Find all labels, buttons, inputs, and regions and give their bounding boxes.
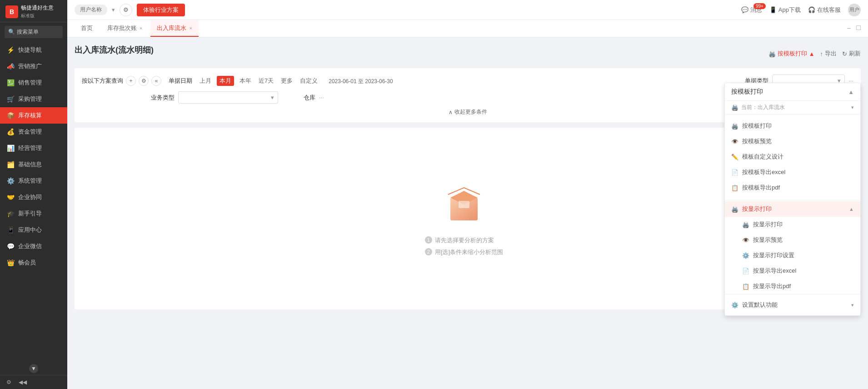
online-service-btn[interactable]: 🎧 在线客服 bbox=[808, 6, 841, 14]
sidebar-collapse-btn[interactable]: ◀◀ bbox=[19, 379, 27, 385]
sidebar-item-sales[interactable]: 💹 销售管理 bbox=[0, 75, 67, 91]
filter-warehouse-section: 仓库 ··· bbox=[304, 94, 324, 102]
sidebar-item-quick-nav[interactable]: ⚡ 快捷导航 bbox=[0, 42, 67, 58]
warehouse-more-btn[interactable]: ··· bbox=[319, 94, 324, 101]
purchase-icon: 🛒 bbox=[6, 95, 15, 103]
dropdown-item-template-excel[interactable]: 📄 按模板导出excel bbox=[725, 165, 860, 180]
sidebar-label: 基础信息 bbox=[18, 160, 42, 169]
sidebar-item-marketing[interactable]: 📣 营销推广 bbox=[0, 58, 67, 75]
dropdown-item-template-preview[interactable]: 👁️ 按模板预览 bbox=[725, 134, 860, 149]
display-excel-label: 按显示导出excel bbox=[753, 267, 796, 275]
template-preview-label: 按模板预览 bbox=[742, 137, 772, 145]
date-opt-custom[interactable]: 自定义 bbox=[298, 76, 319, 86]
sidebar: B 畅捷通好生意 标准版 🔍 搜索菜单 ⚡ 快捷导航 📣 营销推广 💹 销售管理… bbox=[0, 0, 67, 389]
sidebar-label: 畅会员 bbox=[18, 259, 36, 267]
empty-state-icon bbox=[441, 182, 487, 227]
sidebar-label: 快捷导航 bbox=[18, 46, 42, 54]
message-btn[interactable]: 💬 消息 99+ bbox=[741, 6, 762, 14]
filter-add-btn[interactable]: + bbox=[126, 76, 136, 86]
dropdown-item-display-excel[interactable]: 📄 按显示导出excel bbox=[725, 263, 860, 279]
date-opt-7days[interactable]: 近7天 bbox=[257, 76, 275, 86]
avatar[interactable]: 用户 bbox=[848, 4, 861, 16]
current-icon: 🖨️ bbox=[731, 104, 738, 111]
dropdown-item-display-print[interactable]: 🖨️ 按显示打印 bbox=[725, 217, 860, 232]
sidebar-item-basic[interactable]: 🗂️ 基础信息 bbox=[0, 156, 67, 173]
finance-icon: 💰 bbox=[6, 128, 15, 136]
tab-home-label: 首页 bbox=[81, 24, 93, 32]
header-dropdown-btn[interactable]: ▾ bbox=[112, 6, 115, 13]
sidebar-label: 营销推广 bbox=[18, 62, 42, 70]
logo-icon: B bbox=[5, 5, 18, 18]
tab-inventory-batch[interactable]: 库存批次账 × bbox=[101, 20, 149, 37]
message-badge: 99+ bbox=[753, 3, 766, 9]
date-opt-more[interactable]: 更多 bbox=[279, 76, 294, 86]
tab-minimize-btn[interactable]: － bbox=[845, 24, 853, 33]
chevron-up-icon: ∧ bbox=[449, 109, 453, 115]
gear-icon: ⚙ bbox=[6, 379, 11, 385]
tab-flow[interactable]: 出入库流水 × bbox=[150, 20, 198, 37]
current-label: 当前：出入库流水 bbox=[741, 104, 785, 111]
tab-home[interactable]: 首页 bbox=[75, 20, 99, 37]
dropdown-set-default-btn[interactable]: ⚙️ 设置默认功能 ▾ bbox=[731, 298, 854, 312]
refresh-label: 刷新 bbox=[849, 50, 861, 58]
dropdown-item-display-section[interactable]: 🖨️ 按显示打印 ▲ bbox=[725, 201, 860, 217]
search-icon: 🔍 bbox=[8, 29, 15, 35]
collapse-icon: ◀◀ bbox=[19, 379, 27, 385]
tab-flow-close[interactable]: × bbox=[189, 25, 192, 31]
trial-btn[interactable]: 体验行业方案 bbox=[137, 4, 185, 16]
scroll-down-btn[interactable]: ▼ bbox=[29, 364, 38, 373]
tab-maximize-btn[interactable]: □ bbox=[856, 24, 861, 33]
sidebar-item-finance[interactable]: 💰 资金管理 bbox=[0, 124, 67, 140]
refresh-icon: ↻ bbox=[842, 50, 847, 57]
dropdown-title: 按模板打印 bbox=[731, 88, 763, 96]
sidebar-item-inventory[interactable]: 📦 库存核算 bbox=[0, 107, 67, 124]
sidebar-item-purchase[interactable]: 🛒 采购管理 bbox=[0, 91, 67, 107]
warehouse-input-area: ··· bbox=[319, 94, 324, 101]
date-opt-prev-month[interactable]: 上月 bbox=[198, 76, 213, 86]
date-opt-this-year[interactable]: 本年 bbox=[238, 76, 253, 86]
sidebar-item-apps[interactable]: 📱 应用中心 bbox=[0, 222, 67, 238]
dropdown-item-template-design[interactable]: ✏️ 模板自定义设计 bbox=[725, 149, 860, 165]
sidebar-settings-btn[interactable]: ⚙ bbox=[6, 379, 11, 385]
refresh-btn[interactable]: ↻ 刷新 bbox=[842, 50, 861, 58]
display-section-arrow: ▲ bbox=[849, 206, 854, 212]
header-settings-btn[interactable]: ⚙ bbox=[120, 4, 132, 16]
biz-type-select-arrow: ▾ bbox=[271, 94, 274, 101]
search-menu-button[interactable]: 🔍 搜索菜单 bbox=[5, 26, 63, 38]
sidebar-label: 新手引导 bbox=[18, 209, 42, 218]
filter-title-label: 按以下方案查询 bbox=[82, 77, 123, 85]
dropdown-item-display-print-settings[interactable]: ⚙️ 按显示打印设置 bbox=[725, 248, 860, 263]
biz-type-select[interactable]: ▾ bbox=[178, 91, 278, 104]
set-default-icon: ⚙️ bbox=[731, 302, 738, 309]
template-print-item-label: 按模板打印 bbox=[742, 122, 772, 130]
dropdown-item-display-pdf[interactable]: 📋 按显示导出pdf bbox=[725, 279, 860, 294]
tabs-bar: 首页 库存批次账 × 出入库流水 × － □ bbox=[67, 20, 868, 37]
brand-name: 畅捷通好生意 bbox=[21, 5, 54, 12]
dropdown-item-template-print[interactable]: 🖨️ 按模板打印 bbox=[725, 118, 860, 134]
header-right: 💬 消息 99+ 📱 App下载 🎧 在线客服 用户 bbox=[741, 4, 861, 16]
sidebar-item-operation[interactable]: 📊 经营管理 bbox=[0, 140, 67, 156]
sidebar-item-system[interactable]: ⚙️ 系统管理 bbox=[0, 173, 67, 189]
set-default-arrow: ▾ bbox=[851, 302, 854, 308]
filter-collapse-btn[interactable]: « bbox=[151, 76, 161, 86]
tab-inventory-batch-close[interactable]: × bbox=[140, 25, 142, 31]
sidebar-item-wechat[interactable]: 💬 企业微信 bbox=[0, 238, 67, 254]
sidebar-logo: B 畅捷通好生意 标准版 bbox=[0, 0, 67, 22]
dropdown-header: 按模板打印 ▲ bbox=[725, 83, 860, 101]
dropdown-item-template-pdf[interactable]: 📋 按模板导出pdf bbox=[725, 180, 860, 195]
template-print-btn[interactable]: 🖨️ 按模板打印 ▲ bbox=[768, 50, 815, 58]
sidebar-bottom: ⚙ ◀◀ bbox=[0, 375, 67, 389]
sidebar-item-guide[interactable]: 🎓 新手引导 bbox=[0, 205, 67, 222]
collapse-more-btn[interactable]: ∧ 收起更多条件 bbox=[449, 108, 487, 116]
date-opt-this-month[interactable]: 本月 bbox=[217, 76, 234, 86]
dropdown-item-display-preview[interactable]: 👁️ 按显示预览 bbox=[725, 232, 860, 248]
dropdown-header-arrow-btn[interactable]: ▲ bbox=[848, 89, 854, 95]
sidebar-item-collab[interactable]: 🤝 企业协同 bbox=[0, 189, 67, 205]
app-download-btn[interactable]: 📱 App下载 bbox=[769, 6, 801, 14]
filter-settings-btn[interactable]: ⚙ bbox=[139, 76, 149, 86]
sidebar-item-vip[interactable]: 👑 畅会员 bbox=[0, 254, 67, 271]
export-btn[interactable]: ↑ 导出 bbox=[820, 50, 837, 58]
display-print-settings-icon: ⚙️ bbox=[742, 252, 749, 259]
marketing-icon: 📣 bbox=[6, 62, 15, 70]
sidebar-label: 资金管理 bbox=[18, 128, 42, 136]
